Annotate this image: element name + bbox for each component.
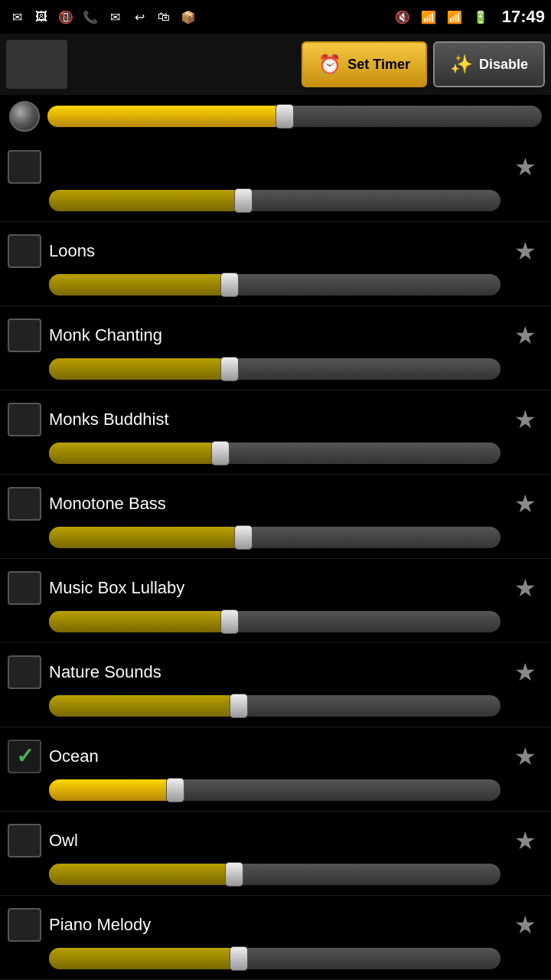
app-logo xyxy=(6,40,67,89)
status-icons-left: ✉ 🖼 📵 📞 ✉ ↩ 🛍 📦 xyxy=(6,6,199,28)
sound-volume-slider[interactable] xyxy=(49,864,500,885)
sound-volume-thumb[interactable] xyxy=(234,525,253,550)
sound-volume-thumb[interactable] xyxy=(225,862,243,887)
sound-item: Monks Buddhist ★ xyxy=(0,390,551,475)
sound-slider-row xyxy=(8,864,543,885)
sound-checkbox[interactable]: ✓ xyxy=(8,740,41,773)
sound-item: ✓ Ocean ★ xyxy=(0,727,551,812)
master-volume-thumb[interactable] xyxy=(276,104,294,129)
sound-volume-slider[interactable] xyxy=(49,358,500,380)
sound-volume-fill xyxy=(49,611,230,632)
sound-volume-fill xyxy=(49,274,230,296)
favorite-button[interactable]: ★ xyxy=(507,654,543,691)
sound-volume-thumb[interactable] xyxy=(234,188,253,213)
status-bar: ✉ 🖼 📵 📞 ✉ ↩ 🛍 📦 🔇 📶 📶 🔋 17:49 xyxy=(0,0,551,34)
favorite-button[interactable]: ★ xyxy=(507,317,543,354)
sound-volume-thumb[interactable] xyxy=(220,357,239,381)
sound-item: Loons ★ xyxy=(0,222,551,306)
favorite-button[interactable]: ★ xyxy=(507,149,543,185)
favorite-button[interactable]: ★ xyxy=(507,738,543,775)
sound-row-top: Owl ★ xyxy=(8,822,543,859)
sound-checkbox[interactable] xyxy=(8,487,41,521)
status-time: 17:49 xyxy=(502,7,545,27)
sound-row-top: ★ xyxy=(8,149,543,185)
disable-button[interactable]: ✨ Disable xyxy=(433,41,545,87)
sound-volume-slider[interactable] xyxy=(49,443,500,464)
sound-slider-row xyxy=(8,190,543,211)
phone-icon: 📞 xyxy=(80,6,101,28)
sound-checkbox[interactable] xyxy=(8,908,41,942)
sound-volume-thumb[interactable] xyxy=(220,273,239,297)
sound-row-top: Monk Chanting ★ xyxy=(8,317,543,354)
gallery-icon: 🖼 xyxy=(31,6,52,28)
sound-volume-fill xyxy=(49,779,175,801)
disable-icon: ✨ xyxy=(450,54,473,75)
sound-volume-slider[interactable] xyxy=(49,948,500,969)
sound-volume-thumb[interactable] xyxy=(166,778,184,802)
sound-name: Monotone Bass xyxy=(49,494,499,514)
gmail-icon: ✉ xyxy=(6,6,28,28)
sound-volume-thumb[interactable] xyxy=(220,609,239,634)
favorite-button[interactable]: ★ xyxy=(507,906,543,943)
sound-volume-slider[interactable] xyxy=(49,779,500,801)
sound-volume-slider[interactable] xyxy=(49,527,500,548)
sound-item: Owl ★ xyxy=(0,812,551,896)
sound-volume-thumb[interactable] xyxy=(230,694,248,718)
missed-call-icon: 📵 xyxy=(55,6,77,28)
sound-row-top: Monotone Bass ★ xyxy=(8,485,543,522)
sound-name: Piano Melody xyxy=(49,915,499,935)
sound-checkbox[interactable] xyxy=(8,150,41,184)
star-icon: ★ xyxy=(514,489,536,518)
favorite-button[interactable]: ★ xyxy=(507,485,543,522)
sound-row-top: Piano Melody ★ xyxy=(8,906,543,943)
sound-volume-fill xyxy=(49,190,243,211)
sound-name: Loons xyxy=(49,241,499,261)
wifi-icon: 📶 xyxy=(418,6,439,28)
sound-name: Monk Chanting xyxy=(49,325,499,345)
sound-volume-fill xyxy=(49,695,239,717)
favorite-button[interactable]: ★ xyxy=(507,570,543,606)
sound-volume-slider[interactable] xyxy=(49,274,500,296)
favorite-button[interactable]: ★ xyxy=(507,233,543,270)
sound-row-top: ✓ Ocean ★ xyxy=(8,738,543,775)
sound-item: Music Box Lullaby ★ xyxy=(0,559,551,643)
star-icon: ★ xyxy=(514,321,536,350)
sound-volume-slider[interactable] xyxy=(49,190,500,211)
sound-checkbox[interactable] xyxy=(8,571,41,605)
status-icons-right: 🔇 📶 📶 🔋 17:49 xyxy=(392,6,545,28)
sound-slider-row xyxy=(8,695,543,717)
sound-volume-fill xyxy=(49,358,230,380)
sound-volume-slider[interactable] xyxy=(49,611,500,632)
set-timer-label: Set Timer xyxy=(347,57,410,73)
master-volume-slider[interactable] xyxy=(47,106,542,127)
sound-slider-row xyxy=(8,948,543,969)
set-timer-button[interactable]: ⏰ Set Timer xyxy=(302,41,427,87)
sound-volume-fill xyxy=(49,443,220,464)
sound-volume-thumb[interactable] xyxy=(211,441,230,466)
download-icon: 📦 xyxy=(178,6,199,28)
star-icon: ★ xyxy=(514,152,536,181)
sms-icon: ✉ xyxy=(104,6,126,28)
sound-name: Owl xyxy=(49,831,499,851)
sound-checkbox[interactable] xyxy=(8,824,41,858)
sound-item: Monotone Bass ★ xyxy=(0,475,551,559)
sound-volume-slider[interactable] xyxy=(49,695,500,717)
sound-slider-row xyxy=(8,779,543,801)
sound-slider-row xyxy=(8,443,543,464)
favorite-button[interactable]: ★ xyxy=(507,822,543,859)
sound-checkbox[interactable] xyxy=(8,234,41,268)
sound-item: Monk Chanting ★ xyxy=(0,306,551,390)
sound-slider-row xyxy=(8,611,543,632)
toolbar: ⏰ Set Timer ✨ Disable xyxy=(0,34,551,95)
sound-name: Music Box Lullaby xyxy=(49,578,499,598)
sound-item: ★ xyxy=(0,138,551,222)
favorite-button[interactable]: ★ xyxy=(507,401,543,438)
sound-volume-thumb[interactable] xyxy=(230,946,248,971)
sound-checkbox[interactable] xyxy=(8,318,41,352)
sound-name: Ocean xyxy=(49,746,499,766)
star-icon: ★ xyxy=(514,573,536,603)
star-icon: ★ xyxy=(514,910,536,939)
sound-checkbox[interactable] xyxy=(8,655,41,689)
master-knob[interactable] xyxy=(9,101,40,132)
sound-checkbox[interactable] xyxy=(8,403,41,436)
